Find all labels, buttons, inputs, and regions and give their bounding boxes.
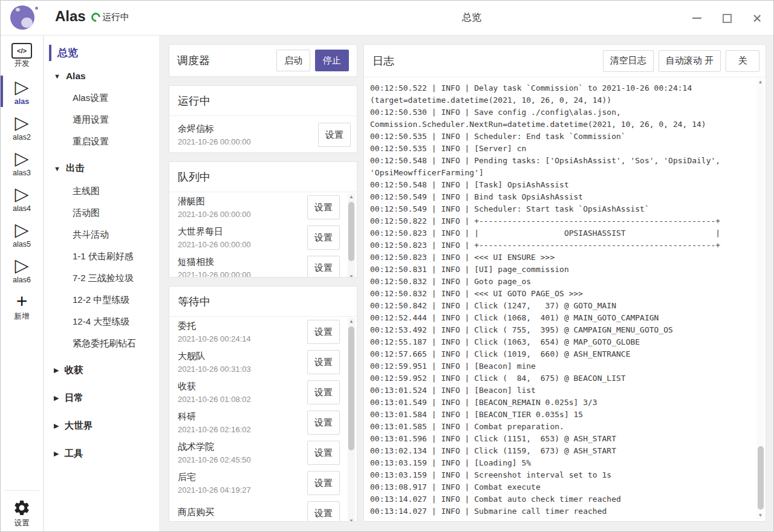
- menu-item-1-1 伏击刷好感[interactable]: 1-1 伏击刷好感: [44, 246, 159, 268]
- task-time: 2021-10-26 00:00:00: [178, 210, 307, 219]
- log-line: 00:12:53.492 | INFO | Click ( 755, 395) …: [370, 324, 751, 336]
- menu-group-大世界[interactable]: ▶大世界: [44, 412, 159, 438]
- alas-logo-icon: [10, 5, 34, 30]
- task-name: 短猫相接: [178, 256, 307, 268]
- running-spinner-icon: [89, 11, 102, 24]
- task-setting-button[interactable]: 设置: [307, 225, 340, 250]
- task-setting-button[interactable]: 设置: [307, 256, 340, 277]
- close-button[interactable]: ×: [752, 13, 763, 24]
- task-setting-button[interactable]: 设置: [307, 320, 340, 344]
- menu-group-Alas[interactable]: ▼Alas: [44, 63, 159, 88]
- task-setting-button[interactable]: 设置: [307, 410, 340, 435]
- start-button[interactable]: 启动: [276, 50, 310, 71]
- scroll-up-icon[interactable]: ▲: [348, 193, 355, 201]
- menu-item-重启设置[interactable]: 重启设置: [44, 131, 159, 153]
- menu-group-收获[interactable]: ▶收获: [44, 357, 159, 383]
- log-scrollbar[interactable]: ▲ ▼: [756, 79, 764, 519]
- task-setting-button[interactable]: 设置: [307, 471, 340, 495]
- rail-item-alas3[interactable]: ▷alas3: [1, 145, 43, 180]
- waiting-section-title: 等待中: [169, 287, 357, 317]
- scroll-down-icon[interactable]: ▼: [348, 517, 355, 522]
- running-task-list: 余烬信标2021-10-26 00:00:00设置: [169, 116, 357, 151]
- rail-item-alas5[interactable]: ▷alas5: [1, 216, 43, 251]
- scroll-up-icon[interactable]: ▲: [348, 318, 355, 325]
- rail-item-alas4[interactable]: ▷alas4: [1, 181, 43, 216]
- scroll-up-icon[interactable]: ▲: [756, 79, 764, 86]
- task-setting-button[interactable]: 设置: [307, 501, 340, 522]
- waiting-section: 等待中 委托2021-10-26 00:24:14设置大舰队2021-10-26…: [169, 286, 357, 522]
- menu-item-12-2 中型练级[interactable]: 12-2 中型练级: [44, 290, 159, 311]
- rail-item-label: 新增: [15, 311, 30, 322]
- log-line: Commission.Scheduler.NextRun=datetime.da…: [370, 118, 751, 131]
- task-info: 大舰队2021-10-26 00:31:03: [178, 351, 307, 374]
- pending-task-list: 潜艇图2021-10-26 00:00:00设置大世界每日2021-10-26 …: [169, 192, 346, 277]
- rail-item-alas[interactable]: ▷alas: [1, 74, 43, 109]
- task-setting-button[interactable]: 设置: [307, 441, 340, 465]
- menu-panel: 总览 ▼AlasAlas设置通用设置重启设置▼出击主线图活动图共斗活动1-1 伏…: [44, 36, 159, 531]
- menu-group-工具[interactable]: ▶工具: [44, 440, 159, 466]
- task-info: 科研2021-10-26 02:16:02: [178, 411, 307, 434]
- task-info: 商店购买: [178, 507, 307, 521]
- rail-item-alas6[interactable]: ▷alas6: [1, 252, 43, 287]
- log-line: 00:12:50.842 | INFO | Click (1247, 37) @…: [370, 300, 751, 312]
- menu-item-共斗活动[interactable]: 共斗活动: [44, 224, 159, 246]
- menu-item-紧急委托刷钻石[interactable]: 紧急委托刷钻石: [44, 333, 159, 355]
- menu-item-Alas设置[interactable]: Alas设置: [44, 88, 159, 109]
- rail-item-dev[interactable]: </>开发: [1, 38, 43, 73]
- rail-item-label: alas3: [13, 169, 31, 177]
- scrollbar-thumb[interactable]: [348, 202, 354, 261]
- task-row: 科研2021-10-26 02:16:02设置: [169, 407, 346, 438]
- task-setting-button[interactable]: 设置: [307, 380, 340, 404]
- log-line: 00:12:50.823 | INFO | | OPSIASHASSIST |: [370, 227, 751, 239]
- log-line: 00:12:50.832 | INFO | <<< UI GOTO PAGE_O…: [370, 288, 751, 300]
- play-icon: ▷: [15, 255, 28, 276]
- rail-item-add[interactable]: +新增: [1, 288, 43, 323]
- rail-item-alas2[interactable]: ▷alas2: [1, 109, 43, 144]
- task-info: 战术学院2021-10-26 02:45:50: [178, 441, 307, 464]
- running-section: 运行中 余烬信标2021-10-26 00:00:00设置: [169, 85, 357, 153]
- page-title: 总览: [170, 11, 773, 24]
- log-line: 00:13:14.027 | INFO | Submarine call tim…: [370, 505, 751, 517]
- task-setting-button[interactable]: 设置: [318, 123, 351, 147]
- log-line: 00:12:50.831 | INFO | [UI] page_commissi…: [370, 264, 751, 276]
- menu-item-主线图[interactable]: 主线图: [44, 181, 159, 203]
- scroll-down-icon[interactable]: ▼: [756, 512, 764, 519]
- minimize-button[interactable]: [691, 13, 702, 24]
- task-row: 收获2021-10-26 01:08:02设置: [169, 377, 346, 407]
- menu-group-label: 收获: [64, 364, 83, 377]
- rail-item-label: 开发: [15, 59, 30, 69]
- scrollbar-thumb[interactable]: [758, 446, 764, 510]
- log-line: 00:12:57.665 | INFO | Click (1019, 660) …: [370, 348, 751, 360]
- task-name: 后宅: [178, 472, 307, 483]
- scrollbar-thumb[interactable]: [348, 326, 354, 450]
- autoscroll-on-button[interactable]: 自动滚动 开: [659, 50, 721, 72]
- menu-item-7-2 三战捡垃圾[interactable]: 7-2 三战捡垃圾: [44, 268, 159, 290]
- scroll-down-icon[interactable]: ▼: [348, 273, 355, 277]
- clear-log-button[interactable]: 清空日志: [603, 50, 654, 72]
- task-setting-button[interactable]: 设置: [307, 350, 340, 374]
- menu-item-overview[interactable]: 总览: [44, 44, 159, 62]
- log-title: 日志: [372, 54, 598, 68]
- menu-item-12-4 大型练级[interactable]: 12-4 大型练级: [44, 311, 159, 333]
- menu-group-出击[interactable]: ▼出击: [44, 155, 159, 181]
- maximize-button[interactable]: [721, 13, 732, 24]
- log-line: 00:13:03.159 | INFO | Screenshot interva…: [370, 469, 751, 481]
- chevron-right-icon: ▶: [54, 366, 59, 374]
- window-controls: ×: [691, 1, 763, 36]
- log-line: 00:12:50.548 | INFO | Pending tasks: ['O…: [370, 155, 751, 167]
- rail-item-settings[interactable]: 设置: [4, 495, 39, 528]
- menu-item-活动图[interactable]: 活动图: [44, 203, 159, 224]
- menu-item-通用设置[interactable]: 通用设置: [44, 109, 159, 131]
- menu-group-日常[interactable]: ▶日常: [44, 384, 159, 410]
- stop-button[interactable]: 停止: [315, 50, 349, 71]
- maximize-icon: [723, 14, 732, 23]
- log-header: 日志 清空日志 自动滚动 开 关: [364, 45, 766, 77]
- pending-scrollbar[interactable]: ▲ ▼: [348, 193, 355, 277]
- waiting-scrollbar[interactable]: ▲ ▼: [348, 318, 355, 522]
- task-row: 大舰队2021-10-26 00:31:03设置: [169, 347, 346, 377]
- titlebar: Alas 运行中 总览 ×: [1, 1, 773, 36]
- task-setting-button[interactable]: 设置: [307, 195, 340, 219]
- autoscroll-off-button[interactable]: 关: [726, 50, 759, 72]
- task-name: 大世界每日: [178, 226, 307, 238]
- chevron-right-icon: ▶: [54, 422, 59, 430]
